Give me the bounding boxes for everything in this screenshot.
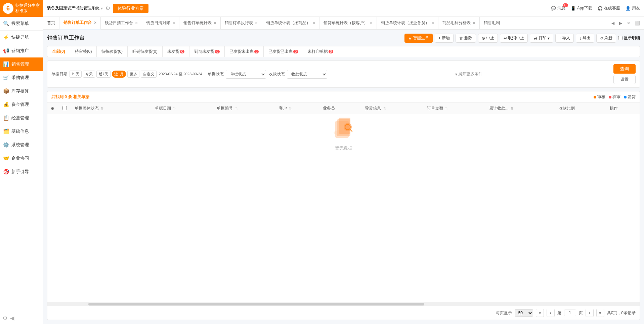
tab-sales-profit[interactable]: 销售毛利 <box>480 17 504 30</box>
sidebar-item-finance[interactable]: 💰 资金管理 <box>0 98 43 111</box>
filter-tab-wangpu[interactable]: 旺铺待发货(0) <box>128 46 163 57</box>
tab-close-sales-stat[interactable]: ✕ <box>214 21 216 25</box>
sort-date-icon[interactable]: ⇅ <box>173 107 176 110</box>
online-service-action[interactable]: 🎧 在线客服 <box>598 5 620 11</box>
filter-tab-shipped-out[interactable]: 已发货已出库0 <box>264 46 303 57</box>
tab-cash-daily[interactable]: 钱货日清工作台 ✕ <box>101 17 142 30</box>
tab-close-gross-profit[interactable]: ✕ <box>473 21 475 25</box>
date-btn-custom[interactable]: 自定义 <box>141 71 157 78</box>
cancel-stop-button[interactable]: ↩ 取消中止 <box>500 34 528 43</box>
sort-customer-icon[interactable]: ⇅ <box>289 107 292 110</box>
filter-tab-pending-check[interactable]: 待拣验货(0) <box>97 46 128 57</box>
add-button[interactable]: + 新增 <box>435 34 454 43</box>
system-title[interactable]: 装备及固定资产辅助管理系统 ▾ <box>47 5 103 11</box>
sort-abnormal-icon[interactable]: ⇅ <box>383 107 386 110</box>
cancel-audit-action-btn[interactable]: 弃审 <box>609 94 620 100</box>
solution-button[interactable]: 体验行业方案 <box>113 4 148 13</box>
refresh-button[interactable]: ↻ 刷新 <box>596 34 616 43</box>
sort-received-icon[interactable]: ⇅ <box>511 107 513 110</box>
ship-action-btn[interactable]: 发货 <box>624 94 636 100</box>
sort-number-icon[interactable]: ⇅ <box>235 107 238 110</box>
show-detail-label[interactable]: 显示明细 <box>618 35 640 41</box>
gear-icon: ⚙️ <box>3 141 9 148</box>
page-input[interactable] <box>564 310 576 316</box>
tab-home[interactable]: 首页 <box>43 17 59 30</box>
date-btn-7days[interactable]: 近7天 <box>96 71 111 78</box>
tab-sales-summary-cust[interactable]: 销货单统计表（按客户） ✕ <box>319 17 377 30</box>
settings-icon[interactable]: ⚙ <box>3 315 7 321</box>
export-button[interactable]: ↓ 导出 <box>576 34 594 43</box>
tab-cash-reconcile[interactable]: 钱货日清对账 ✕ <box>142 17 179 30</box>
date-btn-yesterday[interactable]: 昨天 <box>70 71 82 78</box>
delete-button[interactable]: 🗑 删除 <box>456 34 476 43</box>
expand-conditions-button[interactable]: ▾ 展开更多条件 <box>455 71 482 77</box>
page-last-btn[interactable]: » <box>596 309 604 317</box>
tab-sales-summary-prod[interactable]: 销货单统计表（按商品） ✕ <box>262 17 319 30</box>
tab-close-cash-daily[interactable]: ✕ <box>135 21 138 25</box>
import-button[interactable]: ↑ 导入 <box>555 34 574 43</box>
stop-button[interactable]: ⊘ 中止 <box>478 34 498 43</box>
page-prev-btn[interactable]: ‹ <box>547 309 555 317</box>
col-checkbox[interactable] <box>58 103 71 114</box>
message-action[interactable]: 💬 消息 6 <box>551 5 565 11</box>
filter-tab-pending-audit[interactable]: 待审核(0) <box>70 46 97 57</box>
filter-tab-not-printed[interactable]: 未打印单据0 <box>303 46 338 57</box>
audit-action-btn[interactable]: 审核 <box>594 94 605 100</box>
sidebar-item-system[interactable]: ⚙️ 系统管理 <box>0 138 43 152</box>
tab-close-sales-exec[interactable]: ✕ <box>255 21 258 25</box>
sort-amount-icon[interactable]: ⇅ <box>445 107 448 110</box>
sidebar-item-purchase[interactable]: 🛒 采购管理 <box>0 71 43 84</box>
sidebar-item-marketing[interactable]: 📢 营销推广 <box>0 44 43 57</box>
tab-close-sales-workbench[interactable]: ✕ <box>94 21 96 25</box>
payment-select[interactable]: 收款状态 <box>287 70 327 79</box>
tab-close-sales-summary-cust[interactable]: ✕ <box>370 21 373 25</box>
tab-close-cash-reconcile[interactable]: ✕ <box>172 21 175 25</box>
tab-sales-workbench[interactable]: 销售订单工作台 ✕ <box>59 17 101 30</box>
page-next-btn[interactable]: › <box>586 309 594 317</box>
sidebar-item-operations[interactable]: 📋 经营管理 <box>0 111 43 125</box>
scrollbar-thumb[interactable] <box>88 303 424 306</box>
tab-nav-maximize[interactable]: ⬜ <box>634 20 641 26</box>
tab-gross-profit[interactable]: 商品毛利分析表 ✕ <box>438 17 480 30</box>
select-all-checkbox[interactable] <box>62 106 67 110</box>
tab-nav-next[interactable]: ▶ <box>618 20 624 26</box>
page-first-btn[interactable]: « <box>536 309 544 317</box>
col-settings[interactable]: ⚙ <box>47 103 58 114</box>
sidebar-item-inventory[interactable]: 📦 库存核算 <box>0 84 43 98</box>
tab-sales-summary-staff[interactable]: 销货单统计表（按业务员） ✕ <box>377 17 438 30</box>
date-btn-today[interactable]: 今天 <box>83 71 95 78</box>
filter-tab-shipped-not-out[interactable]: 已发货未出库0 <box>225 46 264 57</box>
tab-nav-prev[interactable]: ◀ <box>610 20 616 26</box>
print-button[interactable]: 🖨 打印 ▾ <box>530 34 553 43</box>
tab-sales-exec[interactable]: 销售订单执行表 ✕ <box>221 17 262 30</box>
settings-icon-topbar[interactable]: ⚙ <box>105 5 110 11</box>
sidebar-item-enterprise[interactable]: 🤝 企业协同 <box>0 152 43 165</box>
set-button[interactable]: 设置 <box>613 75 636 84</box>
horizontal-scrollbar[interactable] <box>47 302 640 306</box>
filter-tab-expired[interactable]: 到期未发货0 <box>189 46 225 57</box>
sidebar-item-baseinfo[interactable]: 🗂️ 基础信息 <box>0 125 43 138</box>
collapse-icon[interactable]: ◀ <box>10 315 14 321</box>
tab-nav-close-all[interactable]: ✕ <box>626 20 632 26</box>
sidebar-item-quicknav[interactable]: ⚡ 快捷导航 <box>0 31 43 44</box>
ship-dot <box>624 96 627 98</box>
tab-close-sales-summary-staff[interactable]: ✕ <box>431 21 434 25</box>
date-btn-more[interactable]: 更多 <box>127 71 139 78</box>
status-select[interactable]: 单据状态 <box>226 70 266 79</box>
sidebar-item-search[interactable]: 🔍 搜索菜单 <box>0 17 43 31</box>
sort-status-icon[interactable]: ⇅ <box>101 107 103 110</box>
filter-tab-all[interactable]: 全部(0) <box>47 46 70 57</box>
sidebar-item-sales[interactable]: 📊 销售管理 <box>0 57 43 71</box>
sidebar-item-newguide[interactable]: 🎯 新手引导 <box>0 165 43 178</box>
date-btn-1month[interactable]: 近1月 <box>112 71 126 78</box>
per-page-select[interactable]: 50 10 20 100 <box>515 309 533 317</box>
app-download-action[interactable]: 📱 App下载 <box>571 5 592 11</box>
smart-create-button[interactable]: ★ 智能生单 <box>404 34 433 43</box>
tab-sales-stat[interactable]: 销售订单统计表 ✕ <box>179 17 221 30</box>
user-action[interactable]: 👤 用友 <box>626 5 640 11</box>
tab-close-sales-summary-prod[interactable]: ✕ <box>312 21 315 25</box>
show-detail-checkbox[interactable] <box>618 36 622 40</box>
dropdown-icon: ▾ <box>101 6 103 11</box>
filter-tab-not-shipped[interactable]: 未发货0 <box>163 46 190 57</box>
query-button[interactable]: 查询 <box>613 64 636 74</box>
